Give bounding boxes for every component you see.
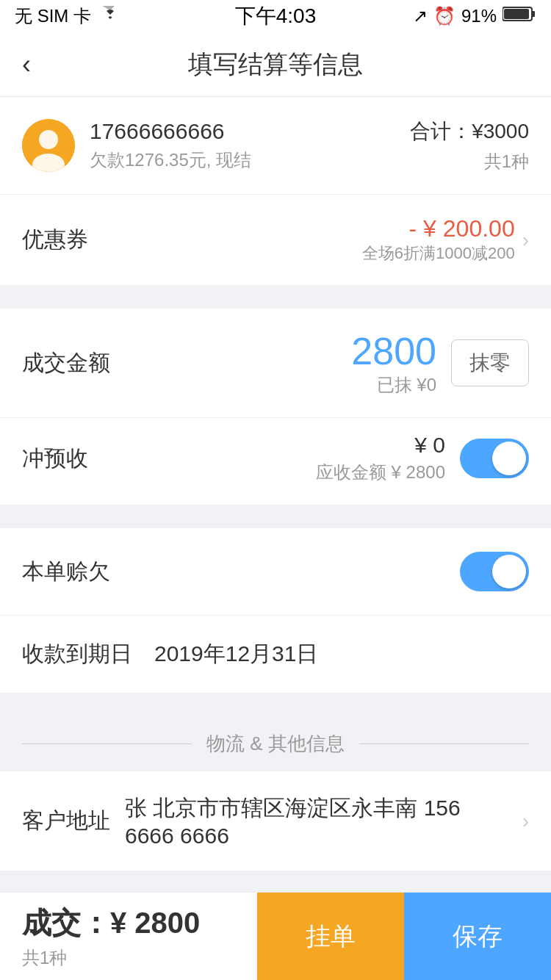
total-count: 共1种 bbox=[410, 150, 529, 173]
debt-row: 本单赊欠 bbox=[0, 528, 551, 615]
coupon-label: 优惠券 bbox=[22, 225, 88, 255]
address-label: 客户地址 bbox=[22, 806, 110, 836]
customer-phone: 17666666666 bbox=[90, 119, 251, 144]
debt-label: 本单赊欠 bbox=[22, 557, 110, 587]
logistics-text: 物流 & 其他信息 bbox=[206, 731, 345, 757]
sim-status: 无 SIM 卡 bbox=[15, 4, 91, 28]
section-divider-1 bbox=[0, 297, 551, 309]
section-divider-2 bbox=[0, 516, 551, 528]
deal-right: 2800 已抹 ¥0 抹零 bbox=[351, 329, 529, 397]
logistics-line-right bbox=[359, 743, 529, 744]
pending-button[interactable]: 挂单 bbox=[257, 893, 404, 981]
bottom-deal-prefix: 成交： bbox=[22, 907, 110, 939]
deal-amount: 2800 bbox=[351, 329, 436, 373]
back-button[interactable]: ‹ bbox=[22, 49, 31, 80]
bottom-deal-amount: ¥ 2800 bbox=[110, 907, 200, 939]
svg-rect-1 bbox=[532, 11, 535, 17]
round-zero-button[interactable]: 抹零 bbox=[451, 339, 529, 386]
status-right: ↗ ⏰ 91% bbox=[413, 6, 536, 26]
address-chevron: › bbox=[522, 810, 529, 833]
deal-label: 成交金额 bbox=[22, 348, 110, 378]
save-button[interactable]: 保存 bbox=[404, 893, 551, 981]
prepay-label: 冲预收 bbox=[22, 444, 88, 474]
bottom-info: 成交：¥ 2800 共1种 bbox=[0, 903, 257, 970]
bottom-count: 共1种 bbox=[22, 946, 257, 970]
duedate-row: 收款到期日 2019年12月31日 bbox=[0, 615, 551, 693]
customer-left: 17666666666 欠款1276.35元, 现结 bbox=[22, 119, 251, 172]
alarm-icon: ⏰ bbox=[433, 6, 455, 26]
battery-icon bbox=[503, 6, 536, 26]
deal-zeroed: 已抹 ¥0 bbox=[351, 373, 436, 397]
customer-info: 17666666666 欠款1276.35元, 现结 bbox=[90, 119, 251, 172]
status-time: 下午4:03 bbox=[235, 2, 317, 30]
coupon-right: - ¥ 200.00 全场6折满1000减200 › bbox=[362, 215, 529, 264]
customer-debt: 欠款1276.35元, 现结 bbox=[90, 148, 251, 172]
duedate-label: 收款到期日 bbox=[22, 639, 132, 669]
logistics-divider: 物流 & 其他信息 bbox=[0, 716, 551, 771]
prepay-right: ¥ 0 应收金额 ¥ 2800 bbox=[316, 433, 529, 484]
address-value: 张 北京市市辖区海淀区永丰南 156 6666 6666 bbox=[125, 793, 508, 849]
bottom-deal-label: 成交：¥ 2800 bbox=[22, 903, 257, 943]
customer-row: 17666666666 欠款1276.35元, 现结 合计：¥3000 共1种 bbox=[0, 97, 551, 194]
address-row[interactable]: 客户地址 张 北京市市辖区海淀区永丰南 156 6666 6666 › bbox=[0, 771, 551, 871]
section-divider-3 bbox=[0, 705, 551, 716]
content-area: 17666666666 欠款1276.35元, 现结 合计：¥3000 共1种 … bbox=[0, 97, 551, 980]
prepay-receivable: 应收金额 ¥ 2800 bbox=[316, 461, 445, 484]
page-title: 填写结算等信息 bbox=[188, 48, 363, 82]
debt-toggle[interactable] bbox=[460, 552, 529, 591]
svg-rect-2 bbox=[504, 9, 529, 19]
prepay-row: 冲预收 ¥ 0 应收金额 ¥ 2800 bbox=[0, 417, 551, 505]
nav-bar: ‹ 填写结算等信息 bbox=[0, 32, 551, 97]
deal-amount-col: 2800 已抹 ¥0 bbox=[351, 329, 436, 397]
coupon-amount: - ¥ 200.00 bbox=[362, 215, 515, 242]
wifi-icon bbox=[98, 6, 122, 26]
customer-avatar bbox=[22, 119, 75, 172]
prepay-amount: ¥ 0 bbox=[316, 433, 445, 458]
coupon-row[interactable]: 优惠券 - ¥ 200.00 全场6折满1000减200 › bbox=[0, 194, 551, 285]
logistics-line-left bbox=[22, 743, 192, 744]
customer-right: 合计：¥3000 共1种 bbox=[410, 118, 529, 173]
location-icon: ↗ bbox=[413, 6, 428, 26]
duedate-value: 2019年12月31日 bbox=[154, 639, 318, 669]
prepay-toggle[interactable] bbox=[460, 439, 529, 478]
status-bar: 无 SIM 卡 下午4:03 ↗ ⏰ 91% bbox=[0, 0, 551, 32]
deal-row: 成交金额 2800 已抹 ¥0 抹零 bbox=[0, 309, 551, 417]
coupon-desc: 全场6折满1000减200 bbox=[362, 242, 515, 264]
total-amount: 合计：¥3000 bbox=[410, 118, 529, 145]
battery-level: 91% bbox=[461, 6, 497, 26]
customer-card: 17666666666 欠款1276.35元, 现结 合计：¥3000 共1种 … bbox=[0, 97, 551, 285]
coupon-chevron: › bbox=[522, 228, 529, 252]
debt-card: 本单赊欠 收款到期日 2019年12月31日 bbox=[0, 528, 551, 693]
svg-point-4 bbox=[39, 130, 58, 149]
bottom-bar: 成交：¥ 2800 共1种 挂单 保存 bbox=[0, 892, 551, 980]
coupon-info: - ¥ 200.00 全场6折满1000减200 bbox=[362, 215, 515, 264]
deal-card: 成交金额 2800 已抹 ¥0 抹零 冲预收 ¥ 0 应收金额 ¥ 2800 bbox=[0, 309, 551, 505]
address-card: 客户地址 张 北京市市辖区海淀区永丰南 156 6666 6666 › bbox=[0, 771, 551, 871]
prepay-amount-col: ¥ 0 应收金额 ¥ 2800 bbox=[316, 433, 445, 484]
status-left: 无 SIM 卡 bbox=[15, 4, 122, 28]
